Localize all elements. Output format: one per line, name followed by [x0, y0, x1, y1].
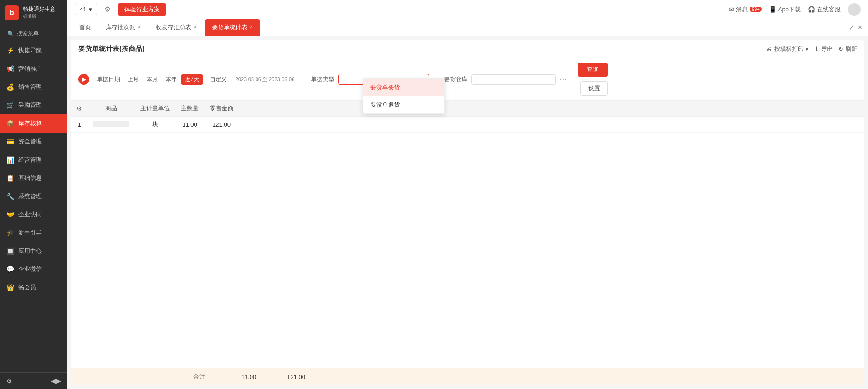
header-settings-icon[interactable]: ⚙: [104, 5, 111, 14]
filter-expand-button[interactable]: ▶: [78, 74, 89, 85]
col-qty: 主数量: [175, 101, 204, 117]
date-custom-option[interactable]: 自定义: [206, 74, 230, 85]
warehouse-more-icon[interactable]: ⋯: [560, 75, 567, 84]
refresh-icon: ↻: [838, 46, 843, 52]
type-dropdown: 要货单要货 要货单退货: [363, 78, 445, 114]
tab-label: 库存批次账: [106, 23, 135, 31]
cell-qty: 11.00: [175, 117, 204, 133]
wechat-biz-icon: 💬: [5, 265, 15, 274]
content-header: 要货单统计表(按商品) 🖨 按模板打印 ▾ ⬇ 导出 ↻ 刷新: [71, 40, 864, 58]
messages-label: 消息: [736, 5, 748, 14]
sidebar-item-enterprise[interactable]: 🤝 企业协同: [0, 205, 67, 224]
dropdown-option-requisition[interactable]: 要货单要货: [363, 79, 444, 96]
logo-icon: b: [5, 5, 19, 20]
sidebar-item-member[interactable]: 👑 畅会员: [0, 278, 67, 297]
headset-icon: 🎧: [808, 6, 815, 13]
sidebar-item-purchase[interactable]: 🛒 采购管理: [0, 96, 67, 114]
tab-close-icon[interactable]: ✕: [193, 24, 197, 30]
settings-button[interactable]: 设置: [580, 81, 608, 96]
table-container: ⚙ 商品 主计量单位 主数量 零售金额 1 块: [71, 101, 864, 368]
date-opt-7days[interactable]: 近7天: [181, 74, 203, 85]
dropdown-option-return[interactable]: 要货单退货: [363, 96, 444, 113]
tab-close-all-icon[interactable]: ✕: [858, 24, 863, 31]
top-header: 41 ▾ ⚙ 体验行业方案 ✉ 消息 99+ 📱 App下载 🎧 在线客服: [67, 0, 868, 19]
sidebar-item-sales[interactable]: 💰 销售管理: [0, 78, 67, 96]
tabs-controls: ⤢ ✕: [849, 24, 863, 31]
tab-home[interactable]: 首页: [73, 19, 98, 36]
app-center-icon: 🔲: [5, 246, 15, 256]
sidebar-item-quick-nav[interactable]: ⚡ 快捷导航: [0, 41, 67, 60]
col-settings[interactable]: ⚙: [71, 101, 87, 117]
date-opt-last-month[interactable]: 上月: [124, 74, 142, 85]
date-filter-group: 单据日期 上月 本月 本年 近7天 自定义 2023-05-06 至 2023-…: [97, 74, 294, 85]
tab-receive-summary[interactable]: 收发存汇总表 ✕: [149, 19, 204, 36]
finance-icon: 💳: [5, 137, 15, 146]
tab-maximize-icon[interactable]: ⤢: [849, 24, 854, 31]
sidebar-item-marketing[interactable]: 📢 营销推广: [0, 60, 67, 78]
tab-label: 首页: [79, 23, 91, 31]
sidebar-item-label: 企业微信: [18, 265, 42, 273]
sidebar-item-wechat-biz[interactable]: 💬 企业微信: [0, 260, 67, 278]
tab-label: 要货单统计表: [212, 23, 247, 31]
sidebar: b 畅捷通好生意 标准版 🔍 搜索菜单 ⚡ 快捷导航 📢 营销推广 💰 销售管理…: [0, 0, 67, 389]
product-placeholder: [93, 121, 129, 127]
warehouse-input[interactable]: [471, 74, 556, 85]
col-amount: 零售金额: [204, 101, 239, 117]
date-opt-this-year[interactable]: 本年: [162, 74, 180, 85]
warehouse-filter-group: 要货仓库 ⋯: [444, 74, 567, 85]
online-support-item[interactable]: 🎧 在线客服: [808, 5, 841, 14]
date-opt-this-month[interactable]: 本月: [143, 74, 161, 85]
export-button[interactable]: ⬇ 导出: [814, 45, 833, 53]
header-left: 41 ▾ ⚙ 体验行业方案: [75, 3, 166, 16]
tabs-bar: 首页 库存批次账 ✕ 收发存汇总表 ✕ 要货单统计表 ✕ ⤢ ✕: [67, 19, 868, 36]
cell-no: 1: [71, 117, 87, 133]
date-options: 上月 本月 本年 近7天: [124, 74, 203, 85]
print-button[interactable]: 🖨 按模板打印 ▾: [766, 45, 809, 53]
content-area: 要货单统计表(按商品) 🖨 按模板打印 ▾ ⬇ 导出 ↻ 刷新 ▶: [71, 40, 864, 385]
tab-inventory-batch[interactable]: 库存批次账 ✕: [99, 19, 148, 36]
tab-close-icon[interactable]: ✕: [137, 24, 141, 30]
message-icon: ✉: [729, 6, 734, 13]
sidebar-item-label: 快捷导航: [18, 46, 42, 55]
purchase-icon: 🛒: [5, 101, 15, 110]
sidebar-item-guide[interactable]: 🎓 新手引导: [0, 224, 67, 242]
sidebar-item-label: 资金管理: [18, 138, 42, 146]
sidebar-item-basic-info[interactable]: 📋 基础信息: [0, 169, 67, 187]
footer-qty: 11.00: [231, 374, 267, 380]
sidebar-item-inventory[interactable]: 📦 库存核算: [0, 114, 67, 133]
cell-product: [87, 117, 135, 133]
sidebar-item-finance[interactable]: 💳 资金管理: [0, 133, 67, 151]
col-unit: 主计量单位: [135, 101, 175, 117]
collapse-icon[interactable]: ◀▶: [51, 377, 61, 384]
sidebar-item-label: 企业协同: [18, 210, 42, 219]
app-download-item[interactable]: 📱 App下载: [769, 5, 801, 14]
settings-icon[interactable]: ⚙: [6, 377, 12, 384]
filter-bar: ▶ 单据日期 上月 本月 本年 近7天 自定义 2023-05-06 至 202…: [71, 58, 864, 101]
tab-requisition-stats[interactable]: 要货单统计表 ✕: [205, 19, 260, 36]
sidebar-item-system[interactable]: 🔧 系统管理: [0, 187, 67, 205]
user-avatar[interactable]: [848, 3, 861, 16]
store-selector[interactable]: 41 ▾: [75, 4, 97, 15]
table-row: 1 块 11.00 121.00: [71, 117, 864, 133]
online-support-label: 在线客服: [817, 5, 841, 14]
sidebar-item-operation[interactable]: 📊 经营管理: [0, 151, 67, 169]
search-icon: 🔍: [7, 31, 14, 37]
col-extra: [239, 101, 864, 117]
sidebar-logo: b 畅捷通好生意 标准版: [0, 0, 67, 26]
brand-edition: 标准版: [23, 13, 56, 20]
sidebar-item-app-center[interactable]: 🔲 应用中心: [0, 242, 67, 260]
tab-close-icon[interactable]: ✕: [249, 24, 253, 30]
guide-icon: 🎓: [5, 228, 15, 237]
refresh-button[interactable]: ↻ 刷新: [838, 45, 857, 53]
query-button[interactable]: 查询: [578, 63, 608, 77]
sidebar-item-label: 新手引导: [18, 229, 42, 237]
system-icon: 🔧: [5, 192, 15, 201]
messages-item[interactable]: ✉ 消息 99+: [729, 5, 762, 14]
trial-button[interactable]: 体验行业方案: [118, 3, 166, 16]
export-icon: ⬇: [814, 46, 819, 52]
sidebar-search[interactable]: 🔍 搜索菜单: [0, 26, 67, 41]
page-title: 要货单统计表(按商品): [78, 45, 144, 53]
inventory-icon: 📦: [5, 119, 15, 128]
table-footer: 合计 11.00 121.00: [71, 368, 864, 385]
sidebar-item-label: 采购管理: [18, 101, 42, 109]
